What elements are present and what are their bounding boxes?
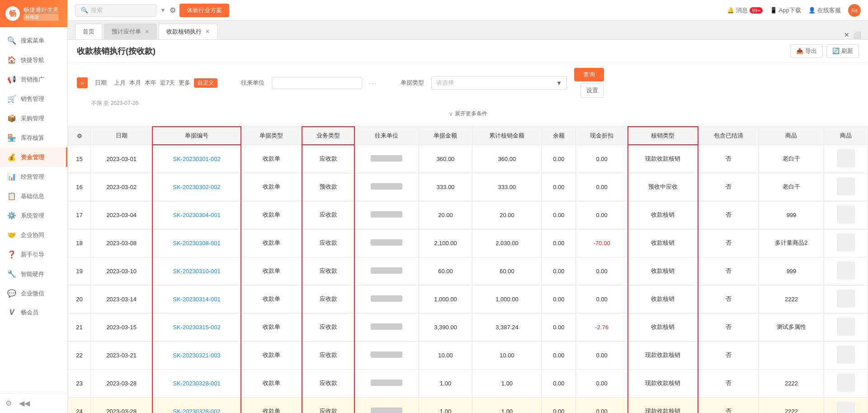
sidebar-item-newbie[interactable]: ❓ 新手引导 [0, 245, 67, 264]
query-button[interactable]: 查询 [574, 68, 604, 81]
cell-date: 2023-03-21 [91, 341, 153, 369]
tab-prepay[interactable]: 预计应付单 ✕ [104, 24, 157, 39]
table-row: 16 2023-03-02 SK-20230302-002 收款单 预收款 33… [68, 173, 868, 201]
partner-filter-label: 往来单位 [241, 79, 264, 87]
th-amount: 单据金额 [419, 127, 472, 145]
sidebar-item-purchase[interactable]: 📦 采购管理 [0, 109, 67, 128]
tab-collect-close-icon[interactable]: ✕ [205, 28, 210, 35]
cell-order-no: SK-20230328-001 [152, 369, 241, 397]
date-option-last-month[interactable]: 上月 [114, 79, 126, 87]
date-option-this-year[interactable]: 本年 [145, 79, 156, 87]
sidebar-item-inventory[interactable]: 🏪 库存核算 [0, 128, 67, 147]
cell-balance: 0.00 [542, 201, 576, 229]
data-table: ⚙ 日期 单据编号 单据类型 业务类型 往来单位 单据金额 累计核销金额 余额 … [68, 126, 868, 413]
date-option-7days[interactable]: 近7天 [160, 79, 175, 87]
date-option-this-month[interactable]: 本月 [129, 79, 141, 87]
partner-filter-input[interactable] [272, 77, 362, 89]
cell-doc-type: 收款单 [241, 313, 302, 341]
th-date: 日期 [91, 127, 153, 145]
maximize-icon[interactable]: ⬜ [853, 31, 861, 38]
filter-toggle-button[interactable]: » [77, 77, 88, 88]
home-icon: 🏠 [7, 56, 16, 64]
service-icon: 👤 [808, 7, 816, 14]
sidebar-item-basic[interactable]: 📋 基础信息 [0, 186, 67, 206]
cell-cash-discount: 0.00 [576, 173, 628, 201]
sidebar-item-sales[interactable]: 🛒 销售管理 [0, 89, 67, 109]
settings-bottom-icon[interactable]: ⚙ [5, 399, 12, 408]
hardware-icon: 🔧 [7, 270, 16, 278]
avatar: Rit [848, 4, 861, 17]
cell-biz-type: 应收款 [302, 341, 354, 369]
notifications-action[interactable]: 🔔 消息 99+ [727, 6, 763, 14]
refresh-button[interactable]: 🔄 刷新 [826, 44, 859, 58]
sidebar-item-label: 系统管理 [21, 212, 44, 220]
cell-include-settled: 否 [698, 285, 759, 313]
date-option-custom[interactable]: 自定义 [194, 78, 217, 88]
cell-order-no: SK-20230328-002 [152, 397, 241, 413]
sidebar-item-search[interactable]: 🔍 搜索菜单 [0, 31, 67, 50]
sidebar-item-marketing[interactable]: 📢 营销推广 [0, 70, 67, 89]
cell-doc-type: 收款单 [241, 369, 302, 397]
cell-cancel-type: 现款收款核销 [628, 397, 698, 413]
cell-date: 2023-03-08 [91, 229, 153, 257]
cell-no: 19 [68, 257, 91, 285]
top-bar-search[interactable]: 🔍 搜索 [75, 4, 156, 17]
cell-cumulative: 333.00 [472, 173, 542, 201]
th-cumulative: 累计核销金额 [472, 127, 542, 145]
sidebar-item-label: 快捷导航 [21, 56, 44, 64]
expand-more-button[interactable]: ∨ 展开更多条件 [77, 107, 859, 120]
app-download-action[interactable]: 📱 App下载 [770, 6, 801, 14]
online-service-action[interactable]: 👤 在线客服 [808, 6, 841, 14]
export-button[interactable]: 📤 导出 [790, 44, 823, 58]
cell-product2 [824, 173, 868, 201]
table-row: 17 2023-03-04 SK-20230304-001 收款单 应收款 20… [68, 201, 868, 229]
sidebar-item-system[interactable]: ⚙️ 系统管理 [0, 206, 67, 225]
cell-product2 [824, 229, 868, 257]
date-option-more[interactable]: 更多 [179, 79, 190, 87]
cell-date: 2023-03-15 [91, 313, 153, 341]
tab-prepay-close-icon[interactable]: ✕ [145, 28, 149, 35]
sidebar-item-wechat[interactable]: 💬 企业微信 [0, 284, 67, 303]
tab-collect[interactable]: 收款核销执行 ✕ [159, 24, 217, 39]
table-container[interactable]: ⚙ 日期 单据编号 单据类型 业务类型 往来单位 单据金额 累计核销金额 余额 … [68, 126, 868, 413]
sidebar-item-enterprise[interactable]: 🤝 企业协同 [0, 225, 67, 245]
cell-doc-type: 收款单 [241, 397, 302, 413]
user-avatar-action[interactable]: Rit [848, 4, 861, 17]
sidebar-item-label: 库存核算 [21, 134, 44, 142]
cell-product: 多计量商品2 [759, 229, 824, 257]
date-options: 上月 本月 本年 近7天 更多 自定义 [114, 78, 217, 88]
filter-bar: » 日期 上月 本月 本年 近7天 更多 自定义 往来单位 ··· 单据类型 请… [68, 62, 868, 126]
cell-cash-discount: 0.00 [576, 341, 628, 369]
sidebar-item-member[interactable]: V 畅会员 [0, 303, 67, 322]
cell-date: 2023-03-02 [91, 173, 153, 201]
th-gear[interactable]: ⚙ [68, 127, 91, 145]
top-bar-right: 🔔 消息 99+ 📱 App下载 👤 在线客服 Rit [727, 4, 861, 17]
sidebar-item-finance[interactable]: 💰 资金管理 [0, 147, 67, 167]
th-biz-type: 业务类型 [302, 127, 354, 145]
cell-partner [354, 341, 419, 369]
cell-product: 2222 [759, 369, 824, 397]
sidebar-bottom: ⚙ ◀◀ [0, 393, 67, 413]
sidebar-item-quicknav[interactable]: 🏠 快捷导航 [0, 50, 67, 70]
sidebar-item-label: 企业微信 [21, 290, 44, 298]
collapse-icon[interactable]: ◀◀ [19, 399, 30, 408]
cell-include-settled: 否 [698, 397, 759, 413]
cell-product: 2222 [759, 397, 824, 413]
sidebar-item-hardware[interactable]: 🔧 智能硬件 [0, 264, 67, 284]
sidebar-item-operations[interactable]: 📊 经营管理 [0, 167, 67, 186]
tab-home[interactable]: 首页 [75, 24, 102, 39]
gear-settings-icon[interactable]: ⚙ [170, 6, 176, 14]
cell-date: 2023-03-28 [91, 397, 153, 413]
solution-button[interactable]: 体验行业方案 [179, 4, 229, 17]
search-icon: 🔍 [7, 36, 16, 45]
close-all-icon[interactable]: ✕ [844, 31, 849, 38]
cell-cumulative: 3,387.24 [472, 313, 542, 341]
doc-type-select[interactable]: 请选择 ▼ [431, 76, 567, 90]
table-row: 18 2023-03-08 SK-20230308-001 收款单 应收款 2,… [68, 229, 868, 257]
cell-partner [354, 369, 419, 397]
sidebar-logo: 畅 畅捷通好生意 标推版 [0, 0, 67, 27]
cell-amount: 1.00 [419, 397, 472, 413]
filter-settings-button[interactable]: 设置 [580, 83, 604, 98]
cell-partner [354, 201, 419, 229]
cell-cash-discount: 0.00 [576, 397, 628, 413]
